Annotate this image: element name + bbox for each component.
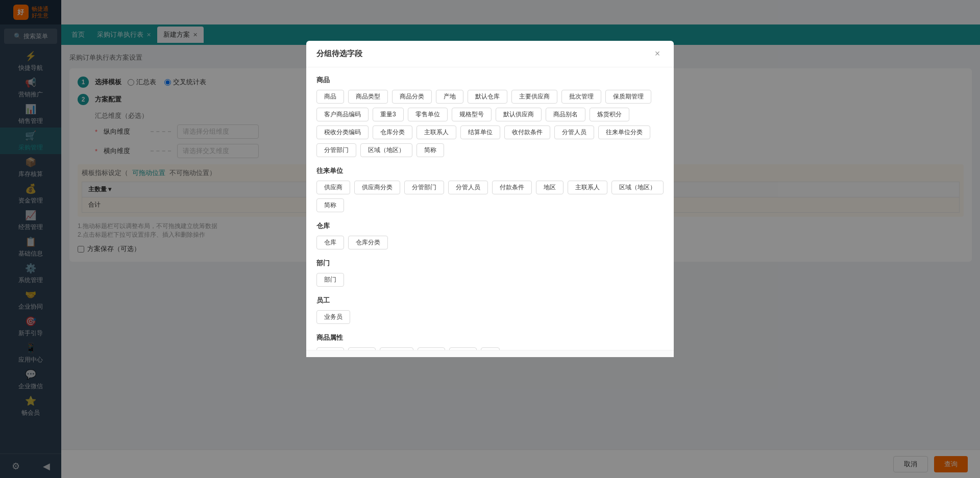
field-tag[interactable]: 默认仓库 xyxy=(468,90,507,104)
section-department: 部门部门 xyxy=(316,259,664,287)
field-tag[interactable]: 仓库 xyxy=(316,236,344,249)
field-tag[interactable]: 简称 xyxy=(416,143,444,157)
modal-title: 分组待选字段 xyxy=(316,49,362,59)
field-tag[interactable]: 规格型号 xyxy=(452,108,492,121)
field-tag[interactable]: 结算单位 xyxy=(460,125,500,139)
field-tag[interactable]: 分管部门 xyxy=(316,143,356,157)
field-tag[interactable]: 仓库分类 xyxy=(348,236,388,249)
field-tag[interactable]: 默认供应商 xyxy=(496,108,542,121)
field-tag[interactable]: 重量3 xyxy=(373,108,404,121)
field-tag[interactable]: 付款条件 xyxy=(492,181,532,194)
section-title-goods: 商品 xyxy=(316,76,664,85)
field-tag[interactable]: 分管人员 xyxy=(448,181,488,194)
field-tag[interactable]: 零售单位 xyxy=(408,108,448,121)
field-tag[interactable]: 区域（地区） xyxy=(360,143,412,157)
section-employee: 员工业务员 xyxy=(316,296,664,324)
section-warehouse: 仓库仓库仓库分类 xyxy=(316,221,664,249)
field-select-modal: 分组待选字段 × 商品商品商品类型商品分类产地默认仓库主要供应商批次管理保质期管… xyxy=(306,41,674,357)
field-tag[interactable]: 收付款条件 xyxy=(504,125,550,139)
section-goods: 商品商品商品类型商品分类产地默认仓库主要供应商批次管理保质期管理客户商品编码重量… xyxy=(316,76,664,157)
section-partner: 往来单位供应商供应商分类分管部门分管人员付款条件地区主联系人区域（地区）简称 xyxy=(316,166,664,212)
field-tag[interactable]: 商品 xyxy=(316,90,344,104)
modal-horizontal-scrollbar[interactable] xyxy=(306,350,674,357)
field-tag[interactable]: 供应商 xyxy=(316,181,350,194)
field-tag[interactable]: 商品类型 xyxy=(348,90,388,104)
field-tag[interactable]: 地区 xyxy=(536,181,564,194)
field-tag[interactable]: 区域（地区） xyxy=(611,181,664,194)
field-tag[interactable]: 炼货积分 xyxy=(590,108,629,121)
field-tag[interactable]: 分管人员 xyxy=(554,125,594,139)
modal-body[interactable]: 商品商品商品类型商品分类产地默认仓库主要供应商批次管理保质期管理客户商品编码重量… xyxy=(306,67,674,350)
field-tag[interactable]: 商品别名 xyxy=(546,108,585,121)
field-tag[interactable]: 客户商品编码 xyxy=(316,108,369,121)
field-tags-employee: 业务员 xyxy=(316,310,664,324)
section-goods-attr: 商品属性属性颜色多规格尺码鞋码1 xyxy=(316,333,664,350)
field-tag[interactable]: 主要供应商 xyxy=(511,90,557,104)
field-tag[interactable]: 商品分类 xyxy=(392,90,432,104)
section-title-warehouse: 仓库 xyxy=(316,221,664,231)
modal-overlay: 分组待选字段 × 商品商品商品类型商品分类产地默认仓库主要供应商批次管理保质期管… xyxy=(0,0,980,478)
field-tag[interactable]: 批次管理 xyxy=(561,90,601,104)
field-tag[interactable]: 业务员 xyxy=(316,310,350,324)
field-tag[interactable]: 主联系人 xyxy=(416,125,456,139)
field-tags-partner: 供应商供应商分类分管部门分管人员付款条件地区主联系人区域（地区）简称 xyxy=(316,181,664,212)
section-title-partner: 往来单位 xyxy=(316,166,664,175)
section-title-employee: 员工 xyxy=(316,296,664,305)
section-title-goods-attr: 商品属性 xyxy=(316,333,664,342)
modal-header: 分组待选字段 × xyxy=(306,41,674,67)
field-tag[interactable]: 保质期管理 xyxy=(605,90,651,104)
modal-close-button[interactable]: × xyxy=(651,48,664,60)
field-tags-department: 部门 xyxy=(316,273,664,287)
section-title-department: 部门 xyxy=(316,259,664,268)
field-tag[interactable]: 主联系人 xyxy=(568,181,607,194)
field-tag[interactable]: 供应商分类 xyxy=(354,181,400,194)
field-tag[interactable]: 往来单位分类 xyxy=(598,125,650,139)
field-tags-warehouse: 仓库仓库分类 xyxy=(316,236,664,249)
field-tag[interactable]: 分管部门 xyxy=(404,181,444,194)
field-tag[interactable]: 仓库分类 xyxy=(373,125,412,139)
field-tag[interactable]: 税收分类编码 xyxy=(316,125,369,139)
field-tag[interactable]: 产地 xyxy=(436,90,463,104)
field-tags-goods: 商品商品类型商品分类产地默认仓库主要供应商批次管理保质期管理客户商品编码重量3零… xyxy=(316,90,664,157)
field-tag[interactable]: 部门 xyxy=(316,273,344,287)
field-tag[interactable]: 简称 xyxy=(316,198,344,212)
